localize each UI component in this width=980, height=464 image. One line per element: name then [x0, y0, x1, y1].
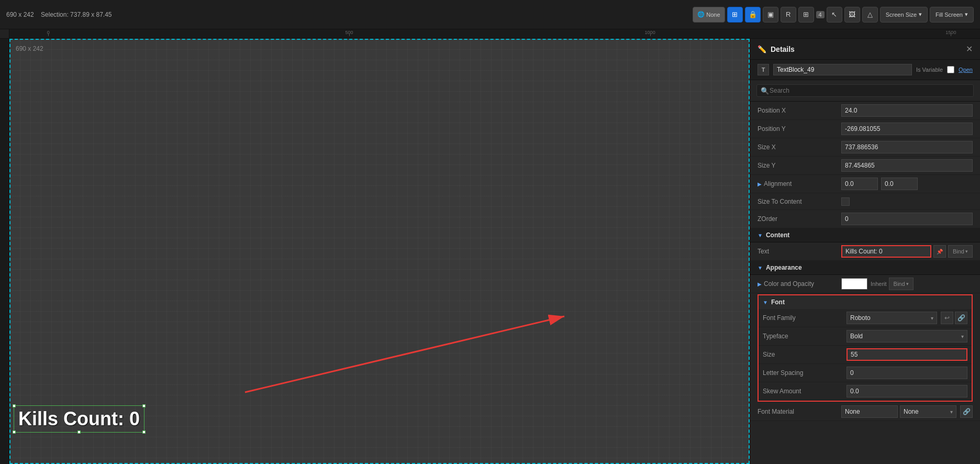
component-type-icon: T [758, 64, 769, 75]
fill-screen-button[interactable]: Fill Screen ▾ [930, 7, 974, 23]
font-material-text: None [845, 408, 860, 415]
typeface-value: Bold [850, 333, 863, 340]
r-icon: R [786, 10, 790, 18]
font-family-row: Font Family Roboto ▾ ↩ 🔗 [759, 309, 972, 327]
ruler-horizontal: 0 500 1000 1500 [9, 29, 980, 38]
position-x-value[interactable]: 24.0 [841, 104, 973, 117]
handle-bottom-right[interactable] [142, 430, 146, 434]
main-area: 690 x 242 Kills Count: 0 [0, 39, 980, 464]
triangle-icon: △ [867, 10, 873, 18]
position-y-value[interactable]: -269.081055 [841, 123, 973, 135]
size-y-text: 87.454865 [845, 162, 875, 169]
text-bind-icon-button[interactable]: 📌 [933, 245, 946, 258]
cursor-button[interactable]: ↖ [827, 7, 842, 23]
grid-toggle-button[interactable]: ⊞ [798, 7, 814, 23]
alignment-x-text: 0.0 [845, 180, 854, 187]
alignment-y-text: 0.0 [885, 180, 894, 187]
details-close-button[interactable]: ✕ [966, 44, 973, 54]
font-material-icon-btn[interactable]: 🔗 [960, 405, 973, 418]
lock-icon: 🔒 [749, 10, 757, 18]
color-swatch[interactable] [841, 278, 867, 290]
annotation-arrow [9, 39, 750, 464]
letter-spacing-row: Letter Spacing 0 [759, 364, 972, 382]
inherit-label: Inherit [871, 281, 887, 287]
anchor-button[interactable]: 🔒 [745, 7, 761, 23]
handle-top-left[interactable] [13, 404, 16, 407]
widget-button[interactable]: ▣ [763, 7, 778, 23]
dimensions-text: 690 x 242 [6, 11, 34, 18]
zorder-row: ZOrder 0 [750, 210, 980, 228]
details-title-text: Details [771, 45, 795, 53]
font-material-dropdown[interactable]: None ▾ [900, 405, 956, 418]
font-material-none-value: None [841, 405, 898, 418]
font-material-dropdown-arrow-icon: ▾ [950, 409, 953, 415]
color-expand-icon[interactable]: ▶ Color and Opacity [758, 280, 841, 288]
handle-top-right[interactable] [142, 404, 146, 407]
letter-spacing-label: Letter Spacing [763, 369, 847, 377]
font-section-header[interactable]: ▼ Font [759, 295, 972, 309]
font-size-value[interactable]: 55 [847, 348, 967, 361]
skew-amount-text: 0.0 [850, 388, 859, 395]
alignment-row: ▶ Alignment 0.0 0.0 [750, 175, 980, 193]
zorder-value[interactable]: 0 [841, 213, 973, 225]
ruler-tick-1000 [650, 34, 651, 36]
alignment-y-value[interactable]: 0.0 [881, 178, 918, 190]
appearance-section-header[interactable]: ▼ Appearance [750, 261, 980, 275]
screen-size-button[interactable]: Screen Size ▾ [880, 7, 928, 23]
size-x-value[interactable]: 737.886536 [841, 141, 973, 153]
triangle-button[interactable]: △ [862, 7, 878, 23]
color-bind-button[interactable]: Bind ▾ [889, 278, 914, 290]
r-button[interactable]: R [781, 7, 796, 23]
font-chevron-icon: ▼ [763, 300, 768, 305]
color-opacity-row: ▶ Color and Opacity Inherit Bind ▾ [750, 275, 980, 293]
alignment-chevron-icon[interactable]: ▶ Alignment [758, 180, 841, 187]
grid-icon: ⊞ [732, 10, 738, 18]
text-property-row: Text Kills Count: 0 📌 Bind ▾ [750, 242, 980, 261]
position-y-label: Position Y [758, 125, 841, 132]
fill-screen-chevron-icon: ▾ [965, 11, 968, 18]
letter-spacing-value[interactable]: 0 [847, 367, 967, 379]
is-variable-checkbox[interactable] [947, 66, 954, 73]
bind-chevron-icon: ▾ [965, 249, 968, 254]
lock-button[interactable]: ⊞ [727, 7, 743, 23]
none-button[interactable]: 🌐 None [693, 7, 725, 23]
search-input[interactable] [756, 84, 974, 97]
typeface-dropdown[interactable]: Bold ▾ [847, 330, 967, 343]
image-button[interactable]: 🖼 [844, 7, 860, 23]
font-family-dropdown[interactable]: Roboto ▾ [847, 312, 937, 324]
size-y-value[interactable]: 87.454865 [841, 159, 973, 172]
bind-button[interactable]: Bind ▾ [948, 245, 973, 258]
position-x-label: Position X [758, 107, 841, 114]
textblock-widget[interactable]: Kills Count: 0 [14, 405, 144, 433]
handle-bottom-left[interactable] [13, 430, 16, 434]
font-family-label: Font Family [763, 314, 847, 322]
component-name-input[interactable] [773, 64, 912, 75]
font-section-text: Font [771, 299, 785, 306]
image-icon: 🖼 [849, 10, 855, 18]
open-link[interactable]: Open [959, 67, 973, 73]
font-family-link-icon[interactable]: 🔗 [955, 312, 967, 324]
color-opacity-label: Color and Opacity [764, 280, 814, 288]
fill-screen-label: Fill Screen [936, 12, 963, 18]
appearance-chevron-icon: ▼ [758, 265, 763, 271]
position-x-text: 24.0 [845, 107, 857, 114]
widget-icon: ▣ [767, 10, 774, 18]
color-bind-chevron-icon: ▾ [906, 281, 909, 286]
size-to-content-label: Size To Content [758, 198, 841, 205]
font-family-back-icon[interactable]: ↩ [941, 312, 953, 324]
handle-bottom-mid[interactable] [77, 430, 81, 434]
size-to-content-checkbox[interactable] [841, 197, 850, 206]
font-material-row: Font Material None None ▾ 🔗 [750, 403, 980, 421]
canvas-area[interactable]: 690 x 242 Kills Count: 0 [9, 39, 750, 464]
text-property-value[interactable]: Kills Count: 0 [841, 245, 931, 258]
font-size-text: 55 [851, 351, 858, 358]
skew-amount-value[interactable]: 0.0 [847, 385, 967, 397]
typeface-dropdown-arrow-icon: ▾ [961, 334, 964, 339]
size-x-text: 737.886536 [845, 143, 878, 151]
size-x-row: Size X 737.886536 [750, 138, 980, 157]
ruler-vertical [0, 39, 9, 464]
alignment-x-value[interactable]: 0.0 [841, 178, 878, 190]
content-section-header[interactable]: ▼ Content [750, 228, 980, 242]
details-header: ✏️ Details ✕ [750, 39, 980, 60]
details-panel: ✏️ Details ✕ T Is Variable Open 🔍 Positi… [750, 39, 980, 464]
